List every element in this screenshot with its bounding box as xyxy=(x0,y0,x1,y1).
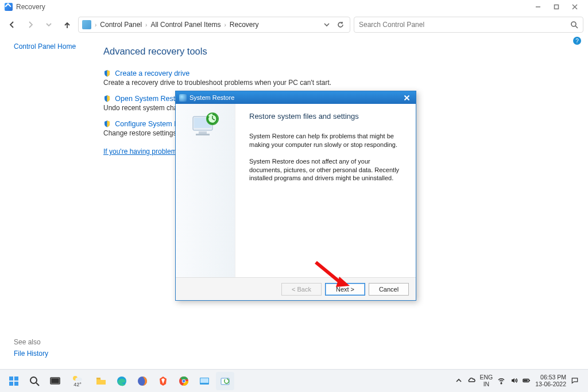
window-titlebar: Recovery xyxy=(0,0,588,14)
battery-icon[interactable] xyxy=(523,377,531,386)
taskbar: 42° ENG IN xyxy=(0,369,588,392)
see-also-label: See also xyxy=(14,338,48,346)
system-tray: ENG IN 06:53 PM 13-06-2022 xyxy=(455,374,585,387)
file-history-link[interactable]: File History xyxy=(14,350,48,358)
svg-point-34 xyxy=(183,379,185,382)
shield-icon xyxy=(103,120,111,127)
dialog-paragraph: System Restore can help fix problems tha… xyxy=(249,132,403,149)
start-button[interactable] xyxy=(5,372,23,390)
svg-point-38 xyxy=(501,383,502,384)
clock[interactable]: 06:53 PM 13-06-2022 xyxy=(535,374,566,387)
language-indicator[interactable]: ENG IN xyxy=(480,374,493,387)
clock-time: 06:53 PM xyxy=(535,374,566,381)
firefox-button[interactable] xyxy=(133,372,152,390)
dialog-heading: Restore system files and settings xyxy=(249,112,403,121)
control-panel-taskbar-button[interactable] xyxy=(216,372,234,390)
control-panel-home-link[interactable]: Control Panel Home xyxy=(14,42,76,51)
edge-button[interactable] xyxy=(113,372,131,390)
help-icon[interactable]: ? xyxy=(573,37,581,45)
dialog-titlebar: System Restore xyxy=(176,91,416,104)
chrome-button[interactable] xyxy=(175,372,193,390)
location-icon xyxy=(82,20,91,29)
volume-icon[interactable] xyxy=(510,377,518,386)
svg-rect-19 xyxy=(9,377,13,381)
window-title: Recovery xyxy=(16,3,45,11)
dialog-footer: < Back Next > Cancel xyxy=(176,277,416,300)
forward-button[interactable] xyxy=(23,17,38,32)
next-button[interactable]: Next > xyxy=(325,283,365,296)
svg-point-28 xyxy=(75,377,82,381)
tray-overflow-button[interactable] xyxy=(455,377,463,386)
task-view-button[interactable] xyxy=(46,372,64,390)
svg-point-23 xyxy=(30,377,37,383)
svg-rect-20 xyxy=(14,377,18,381)
svg-line-24 xyxy=(36,383,39,386)
address-bar[interactable]: › Control Panel › All Control Panel Item… xyxy=(78,17,350,33)
dialog-paragraph: System Restore does not affect any of yo… xyxy=(249,157,403,183)
svg-rect-40 xyxy=(529,380,531,381)
weather-widget[interactable]: 42° xyxy=(65,372,90,390)
recent-dropdown-button[interactable] xyxy=(41,17,56,32)
svg-rect-21 xyxy=(9,382,13,386)
dialog-banner xyxy=(176,104,235,277)
breadcrumb-item[interactable]: Control Panel xyxy=(100,21,142,29)
dialog-close-button[interactable] xyxy=(401,93,412,102)
tool-desc: Create a recovery drive to troubleshoot … xyxy=(103,79,571,87)
svg-line-6 xyxy=(575,26,578,28)
recovery-icon xyxy=(5,3,13,11)
onedrive-icon[interactable] xyxy=(467,377,475,386)
svg-rect-11 xyxy=(199,131,207,134)
shield-icon xyxy=(103,69,111,77)
system-restore-dialog: System Restore Restore system files and … xyxy=(175,91,416,301)
back-button: < Back xyxy=(281,283,322,296)
cancel-button[interactable]: Cancel xyxy=(369,283,409,296)
see-also-section: See also File History xyxy=(14,338,48,358)
svg-rect-29 xyxy=(96,378,100,379)
back-button[interactable] xyxy=(5,17,20,32)
breadcrumb-item[interactable]: Recovery xyxy=(230,21,259,29)
notifications-button[interactable] xyxy=(571,376,581,386)
dialog-title: System Restore xyxy=(189,94,234,101)
refresh-button[interactable] xyxy=(335,19,346,30)
search-box[interactable] xyxy=(354,17,583,33)
maximize-button[interactable] xyxy=(548,1,565,13)
page-title: Advanced recovery tools xyxy=(103,46,571,57)
weather-temp: 42° xyxy=(74,382,82,387)
app-button[interactable] xyxy=(195,372,214,390)
chevron-right-icon: › xyxy=(95,22,96,28)
close-button[interactable] xyxy=(566,1,583,13)
file-explorer-button[interactable] xyxy=(92,372,110,390)
search-input[interactable] xyxy=(359,21,570,29)
chevron-right-icon: › xyxy=(224,22,226,28)
taskbar-search-button[interactable] xyxy=(25,372,44,390)
clock-date: 13-06-2022 xyxy=(535,381,566,388)
create-recovery-drive-link[interactable]: Create a recovery drive xyxy=(115,69,189,77)
svg-rect-22 xyxy=(14,382,18,386)
svg-point-5 xyxy=(571,22,576,26)
left-sidebar: Control Panel Home See also File History xyxy=(0,36,98,369)
up-button[interactable] xyxy=(60,17,75,32)
tool-item: Create a recovery drive Create a recover… xyxy=(103,69,571,87)
breadcrumb-item[interactable]: All Control Panel Items xyxy=(150,21,220,29)
search-icon xyxy=(570,21,578,29)
svg-rect-36 xyxy=(200,378,208,383)
wifi-icon[interactable] xyxy=(497,377,505,386)
address-dropdown-button[interactable] xyxy=(321,19,332,30)
minimize-button[interactable] xyxy=(529,1,547,13)
svg-rect-41 xyxy=(524,379,528,381)
system-restore-icon xyxy=(179,94,187,102)
brave-button[interactable] xyxy=(154,372,172,390)
svg-rect-12 xyxy=(196,134,210,135)
chevron-right-icon: › xyxy=(145,22,147,28)
svg-rect-26 xyxy=(52,379,59,383)
explorer-toolbar: › Control Panel › All Control Panel Item… xyxy=(0,14,588,36)
shield-icon xyxy=(103,95,111,102)
svg-rect-1 xyxy=(555,5,559,9)
